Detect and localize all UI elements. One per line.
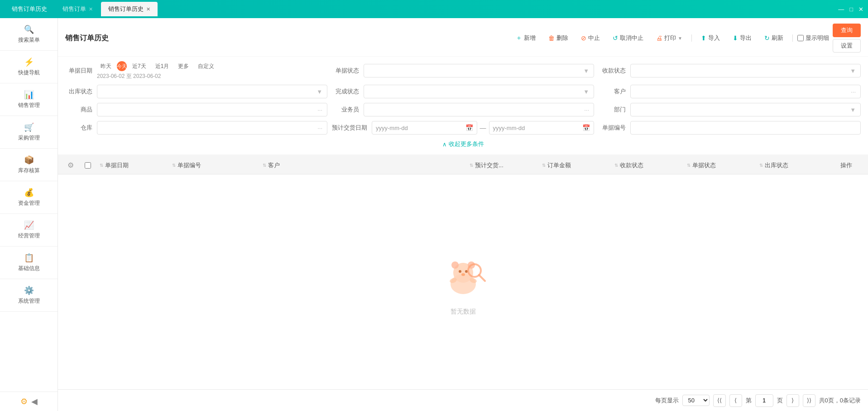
sales-icon: 📊 bbox=[24, 90, 34, 100]
sidebar-item-basic-info[interactable]: 📋 基础信息 bbox=[0, 247, 58, 279]
current-page-input[interactable] bbox=[755, 394, 773, 407]
th-settings-gear[interactable]: ⚙ bbox=[62, 161, 80, 169]
tab-home[interactable]: 销售订单历史 bbox=[5, 2, 54, 16]
sidebar-item-purchase[interactable]: 🛒 采购管理 bbox=[0, 116, 58, 149]
sidebar-item-quick-nav[interactable]: ⚡ 快捷导航 bbox=[0, 51, 58, 83]
date-tab-yesterday[interactable]: 昨天 bbox=[97, 62, 115, 71]
date-tab-more[interactable]: 更多 bbox=[174, 62, 192, 71]
tab-home-label: 销售订单历史 bbox=[12, 5, 47, 13]
filter-payment-status-label: 收款状态 bbox=[599, 67, 630, 75]
next-page-button[interactable]: ⟩ bbox=[786, 394, 799, 407]
th-delivery-label: 预计交货... bbox=[475, 161, 504, 169]
sidebar-item-search[interactable]: 🔍 搜索菜单 bbox=[0, 18, 58, 51]
date-tab-today[interactable]: 今天 bbox=[117, 61, 127, 71]
filter-doc-status-select[interactable]: ▼ bbox=[364, 64, 594, 77]
filter-doc-number-input[interactable] bbox=[630, 121, 861, 135]
filter-warehouse-status-cell: 出库状态 ▼ bbox=[65, 85, 327, 98]
delivery-date-start-input[interactable]: yyyy-mm-dd 📅 bbox=[372, 121, 477, 135]
window-close-icon[interactable]: ✕ bbox=[858, 6, 863, 13]
complete-status-dropdown-icon: ▼ bbox=[583, 88, 589, 95]
warehouse-dots-icon: ··· bbox=[317, 125, 322, 131]
export-button[interactable]: ⬇ 导出 bbox=[728, 32, 756, 44]
th-doc-number-label: 单据编号 bbox=[177, 161, 201, 169]
sidebar-label-finance: 资金管理 bbox=[18, 199, 40, 207]
filter-warehouse-status-select[interactable]: ▼ bbox=[97, 85, 327, 98]
th-delivery-date: ⇅ 预计交货... bbox=[466, 161, 538, 169]
prev-page-button[interactable]: ⟨ bbox=[729, 394, 742, 407]
th-doc-status: ⇅ 单据状态 bbox=[683, 161, 756, 169]
filter-date-cell: 单据日期 昨天 今天 近7天 近1月 更多 自定义 2023-06-02 至 2… bbox=[65, 61, 327, 80]
total-text: 共0页，0条记录 bbox=[819, 396, 861, 405]
filter-goods-input[interactable]: ··· bbox=[97, 103, 327, 116]
delivery-date-start-value: yyyy-mm-dd bbox=[376, 125, 408, 131]
sidebar-collapse-icon[interactable]: ◀ bbox=[31, 396, 38, 406]
cancel-stop-button[interactable]: ↺ 取消中止 bbox=[608, 32, 648, 44]
delivery-date-end-value: yyyy-mm-dd bbox=[493, 125, 525, 131]
display-detail-checkbox[interactable] bbox=[797, 35, 804, 41]
first-page-button[interactable]: ⟨⟨ bbox=[713, 394, 726, 407]
filter-department-label: 部门 bbox=[599, 106, 630, 114]
date-range-text: 2023-06-02 至 2023-06-02 bbox=[97, 73, 327, 80]
delivery-date-end-input[interactable]: yyyy-mm-dd 📅 bbox=[489, 121, 595, 135]
print-button[interactable]: 🖨 打印 ▼ bbox=[652, 32, 687, 44]
sidebar-item-finance[interactable]: 💰 资金管理 bbox=[0, 181, 58, 214]
delivery-date-end-cal-icon: 📅 bbox=[582, 124, 590, 131]
pagination: 每页显示 50 10 20 100 ⟨⟨ ⟨ 第 页 ⟩ bbox=[58, 389, 868, 411]
svg-point-6 bbox=[461, 273, 465, 276]
filter-doc-status-label: 单据状态 bbox=[332, 67, 364, 75]
delete-button[interactable]: 🗑 删除 bbox=[544, 32, 573, 44]
purchase-icon: 🛒 bbox=[24, 122, 34, 132]
maximize-icon[interactable]: □ bbox=[849, 6, 853, 13]
filter-department-select[interactable]: ▼ bbox=[630, 103, 861, 116]
filter-payment-status-select[interactable]: ▼ bbox=[630, 64, 861, 77]
quick-nav-icon: ⚡ bbox=[24, 57, 34, 67]
filter-customer-input[interactable]: ··· bbox=[630, 85, 861, 98]
filter-delivery-date-label: 预计交货日期 bbox=[332, 124, 372, 132]
th-delivery-sort-icon: ⇅ bbox=[470, 163, 473, 168]
tab-sales-order-history[interactable]: 销售订单历史 ✕ bbox=[101, 2, 158, 16]
stop-button[interactable]: ⊘ 中止 bbox=[576, 32, 604, 44]
page-content: 销售订单历史 ＋ 新增 🗑 删除 ⊘ 中止 ↺ bbox=[58, 18, 868, 411]
filter-department-cell: 部门 ▼ bbox=[599, 103, 861, 116]
sidebar-settings-icon[interactable]: ⚙ bbox=[20, 396, 28, 406]
filter-salesperson-input[interactable]: ··· bbox=[364, 103, 594, 116]
query-settings-group: 查询 设置 bbox=[833, 24, 861, 53]
th-customer-label: 客户 bbox=[268, 161, 280, 169]
department-dropdown-icon: ▼ bbox=[850, 106, 856, 113]
date-tab-custom[interactable]: 自定义 bbox=[194, 62, 218, 71]
refresh-button[interactable]: ↻ 刷新 bbox=[760, 32, 788, 44]
sidebar-item-operations[interactable]: 📈 经营管理 bbox=[0, 214, 58, 247]
th-checkbox[interactable] bbox=[80, 162, 96, 169]
query-button[interactable]: 查询 bbox=[833, 24, 861, 37]
select-all-checkbox[interactable] bbox=[85, 162, 91, 169]
main-layout: 🔍 搜索菜单 ⚡ 快捷导航 📊 销售管理 🛒 采购管理 📦 库存核算 💰 资金管… bbox=[0, 18, 868, 411]
minimize-icon[interactable]: — bbox=[838, 6, 844, 13]
filter-customer-cell: 客户 ··· bbox=[599, 85, 861, 98]
empty-illustration bbox=[436, 248, 490, 302]
date-tabs: 昨天 今天 近7天 近1月 更多 自定义 bbox=[97, 61, 327, 71]
settings-button[interactable]: 设置 bbox=[833, 39, 861, 53]
close-sales-order-history-tab-icon[interactable]: ✕ bbox=[146, 6, 150, 12]
per-page-select[interactable]: 50 10 20 100 bbox=[682, 395, 710, 406]
svg-point-2 bbox=[451, 261, 459, 269]
sidebar-item-inventory[interactable]: 📦 库存核算 bbox=[0, 149, 58, 181]
filter-complete-status-select[interactable]: ▼ bbox=[364, 85, 594, 98]
sidebar-item-sales[interactable]: 📊 销售管理 bbox=[0, 83, 58, 116]
new-label: 新增 bbox=[524, 34, 536, 42]
import-button[interactable]: ⬆ 导入 bbox=[696, 32, 724, 44]
tab-sales-order[interactable]: 销售订单 ✕ bbox=[55, 2, 100, 16]
stop-label: 中止 bbox=[588, 34, 600, 42]
filter-customer-label: 客户 bbox=[599, 87, 630, 96]
new-button[interactable]: ＋ 新增 bbox=[511, 32, 540, 44]
collapse-filter-link[interactable]: ∧ 收起更多条件 bbox=[65, 138, 861, 150]
th-customer: ⇅ 客户 bbox=[259, 161, 466, 169]
sidebar-label-operations: 经营管理 bbox=[18, 232, 40, 240]
date-tab-7days[interactable]: 近7天 bbox=[129, 62, 150, 71]
date-tab-1month[interactable]: 近1月 bbox=[152, 62, 173, 71]
filter-warehouse-label: 仓库 bbox=[65, 124, 97, 132]
last-page-button[interactable]: ⟩⟩ bbox=[803, 394, 815, 407]
close-sales-order-tab-icon[interactable]: ✕ bbox=[89, 6, 93, 12]
sidebar-item-system[interactable]: ⚙️ 系统管理 bbox=[0, 279, 58, 312]
filter-warehouse-input[interactable]: ··· bbox=[97, 121, 327, 135]
th-doc-status-label: 单据状态 bbox=[692, 161, 716, 169]
